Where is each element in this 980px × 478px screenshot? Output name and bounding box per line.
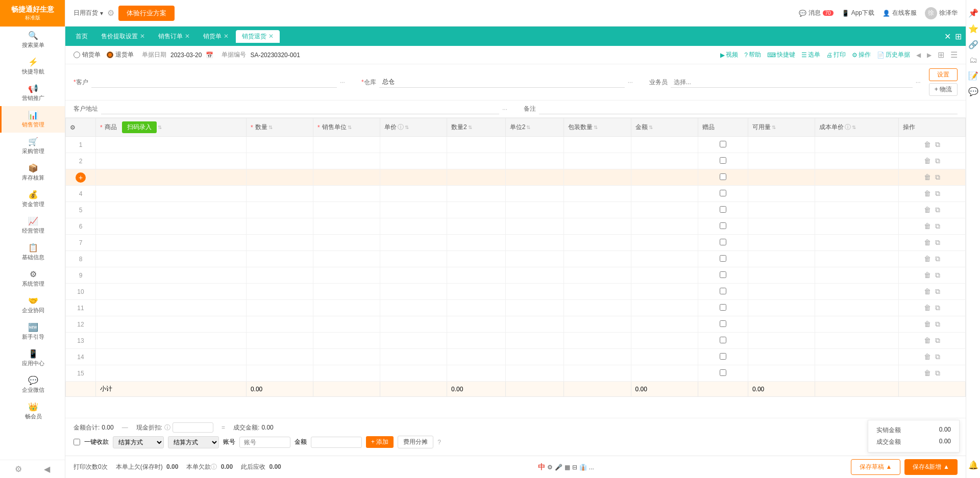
sort-product-icon[interactable]: ⇅ <box>158 124 162 130</box>
sidebar-item-guide[interactable]: 🆕 新手引导 <box>0 318 65 345</box>
gift-checkbox[interactable] <box>720 288 726 294</box>
discount-input[interactable] <box>173 422 213 433</box>
customer-input[interactable] <box>91 77 337 88</box>
delete-row-btn[interactable]: 🗑 <box>923 222 932 230</box>
copy-row-btn[interactable]: ⧉ <box>934 206 941 214</box>
product-input[interactable] <box>100 174 242 181</box>
grid-view-icon[interactable]: ⊞ <box>938 50 944 60</box>
sidebar-item-wechat[interactable]: 💬 企业微信 <box>0 371 65 398</box>
panel-icon-1[interactable]: 📌 <box>968 8 978 18</box>
radio-return[interactable]: 退货单 <box>107 51 134 59</box>
settings-btn[interactable]: 设置 <box>929 68 958 81</box>
amount-input[interactable] <box>311 437 362 448</box>
shortcut-btn[interactable]: ⌨ 快捷键 <box>767 51 795 59</box>
tab-price-close-icon[interactable]: ✕ <box>140 33 145 40</box>
select-btn[interactable]: ☰ 选单 <box>801 51 820 59</box>
operation-btn[interactable]: ⚙ 操作 <box>852 51 871 59</box>
product-cell[interactable] <box>95 169 246 186</box>
fee-split-btn[interactable]: 费用分摊 <box>398 436 433 448</box>
sidebar-item-quick-nav[interactable]: ⚡ 快捷导航 <box>0 53 65 80</box>
trial-button[interactable]: 体验行业方案 <box>118 6 175 21</box>
topbar-gear-icon[interactable]: ⚙ <box>107 8 114 18</box>
panel-icon-5[interactable]: 📝 <box>968 71 978 81</box>
add-row-button[interactable]: + <box>76 172 86 183</box>
delete-row-btn[interactable]: 🗑 <box>923 173 932 181</box>
copy-row-btn[interactable]: ⧉ <box>934 238 941 247</box>
tab-return-close-icon[interactable]: ✕ <box>268 33 274 40</box>
user-profile[interactable]: 徐 徐泽华 <box>925 7 958 19</box>
close-all-tabs-icon[interactable]: ✕ <box>944 32 951 41</box>
calendar-icon[interactable]: 📅 <box>206 52 213 59</box>
gift-checkbox[interactable] <box>720 271 726 278</box>
delete-row-btn[interactable]: 🗑 <box>923 157 932 165</box>
sidebar-item-finance[interactable]: 💰 资金管理 <box>0 186 65 212</box>
delete-row-btn[interactable]: 🗑 <box>923 320 932 328</box>
delete-row-btn[interactable]: 🗑 <box>923 271 932 279</box>
panel-icon-2[interactable]: ⭐ <box>968 24 978 34</box>
sort-unit-icon[interactable]: ⇅ <box>348 124 352 130</box>
print-btn[interactable]: 🖨 打印 <box>826 51 846 59</box>
logistics-btn[interactable]: + 物流 <box>929 83 958 96</box>
settle-method-select[interactable]: 结算方式 <box>113 436 164 448</box>
sidebar-item-sales[interactable]: 📊 销售管理 <box>0 106 65 133</box>
sidebar-item-apps[interactable]: 📱 应用中心 <box>0 345 65 371</box>
delete-row-btn[interactable]: 🗑 <box>923 206 932 214</box>
scan-btn[interactable]: 扫码录入 <box>122 121 157 133</box>
delete-row-btn[interactable]: 🗑 <box>923 353 932 361</box>
sort-avail-icon[interactable]: ⇅ <box>772 124 776 130</box>
tab-home[interactable]: 首页 <box>69 30 94 43</box>
sidebar-item-basic[interactable]: 📋 基础信息 <box>0 239 65 265</box>
salesman-more-icon[interactable]: ··· <box>916 79 921 86</box>
radio-delivery[interactable]: 销货单 <box>74 51 101 59</box>
copy-row-btn[interactable]: ⧉ <box>934 336 941 345</box>
customer-more-icon[interactable]: ··· <box>340 79 345 86</box>
account-input[interactable] <box>239 437 290 448</box>
gift-checkbox[interactable] <box>720 173 726 180</box>
gift-checkbox[interactable] <box>720 157 726 164</box>
remark-input[interactable] <box>539 104 958 114</box>
gift-checkbox[interactable] <box>720 337 726 343</box>
gift-checkbox[interactable] <box>720 190 726 196</box>
panel-icon-4[interactable]: 🗂 <box>969 56 977 65</box>
radio-return-input[interactable] <box>107 52 113 58</box>
copy-row-btn[interactable]: ⧉ <box>934 140 941 149</box>
sidebar-item-marketing[interactable]: 📢 营销推广 <box>0 80 65 106</box>
copy-row-btn[interactable]: ⧉ <box>934 255 941 263</box>
copy-row-btn[interactable]: ⧉ <box>934 287 941 296</box>
sidebar-item-purchase[interactable]: 🛒 采购管理 <box>0 133 65 159</box>
panel-orange-icon[interactable]: 🔔 <box>968 460 978 470</box>
delete-row-btn[interactable]: 🗑 <box>923 304 932 312</box>
online-service-button[interactable]: 👤 在线客服 <box>883 9 917 17</box>
address-input[interactable] <box>101 104 499 114</box>
copy-row-btn[interactable]: ⧉ <box>934 369 941 378</box>
copy-row-btn[interactable]: ⧉ <box>934 320 941 329</box>
delete-row-btn[interactable]: 🗑 <box>923 140 932 148</box>
delete-row-btn[interactable]: 🗑 <box>923 238 932 246</box>
add-payment-btn[interactable]: + 添加 <box>366 436 394 448</box>
sidebar-item-system[interactable]: ⚙ 系统管理 <box>0 265 65 292</box>
list-view-icon[interactable]: ☰ <box>950 50 958 60</box>
messages-button[interactable]: 💬 消息 70 <box>799 9 834 17</box>
radio-delivery-input[interactable] <box>74 52 80 58</box>
video-btn[interactable]: ▶ 视频 <box>720 51 738 59</box>
help-btn[interactable]: ? 帮助 <box>744 51 761 59</box>
save-new-button[interactable]: 保存&新增 ▲ <box>904 459 958 475</box>
gift-checkbox[interactable] <box>720 320 726 327</box>
gift-checkbox[interactable] <box>720 369 726 376</box>
gift-checkbox[interactable] <box>720 141 726 147</box>
sort-qty-icon[interactable]: ⇅ <box>268 124 273 130</box>
delete-row-btn[interactable]: 🗑 <box>923 287 932 295</box>
delete-row-btn[interactable]: 🗑 <box>923 369 932 377</box>
warehouse-more-icon[interactable]: ··· <box>628 79 633 86</box>
tab-sales-order[interactable]: 销售订单 ✕ <box>152 30 196 43</box>
sidebar-item-enterprise[interactable]: 🤝 企业协同 <box>0 292 65 318</box>
tab-price-setting[interactable]: 售价提取设置 ✕ <box>95 30 151 43</box>
collapse-icon[interactable]: ◀ <box>44 464 50 474</box>
sidebar-item-operation[interactable]: 📈 经营管理 <box>0 212 65 239</box>
tab-sales-return[interactable]: 销货退货 ✕ <box>236 30 280 43</box>
sidebar-item-inventory[interactable]: 📦 库存核算 <box>0 159 65 186</box>
gift-checkbox[interactable] <box>720 222 726 229</box>
copy-row-btn[interactable]: ⧉ <box>934 304 941 312</box>
expand-tabs-icon[interactable]: ⊞ <box>955 32 962 41</box>
history-btn[interactable]: 📄 历史单据 <box>877 51 910 59</box>
